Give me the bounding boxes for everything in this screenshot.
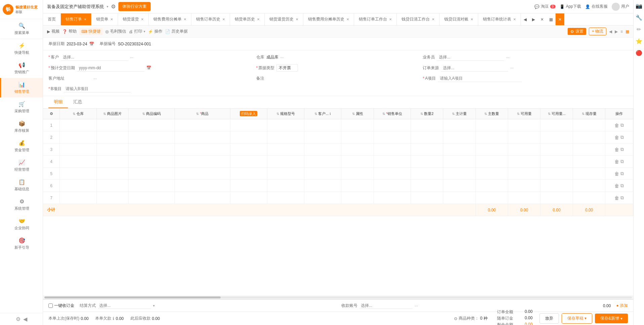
delete-row-7-icon[interactable]: 🗑 xyxy=(614,195,619,201)
nav-prev-icon[interactable]: ◀ xyxy=(609,29,612,34)
row-scan-4[interactable] xyxy=(230,156,267,168)
row-customer-1[interactable] xyxy=(304,119,341,131)
scan-btn-header[interactable]: 扫码录入 xyxy=(240,111,257,116)
tab-detail[interactable]: 明细 xyxy=(48,96,68,108)
row-warehouse-6[interactable] xyxy=(60,180,97,192)
row-scan-1[interactable] xyxy=(230,119,267,131)
payment-dropdown-icon[interactable]: ▾ xyxy=(153,304,155,308)
row-product-2[interactable] xyxy=(175,131,230,144)
app-download-button[interactable]: 📱 App下载 xyxy=(560,4,581,9)
row-image-6[interactable] xyxy=(97,180,128,192)
tab-more-button[interactable]: ✕ xyxy=(538,13,546,26)
row-scan-2[interactable] xyxy=(230,131,267,144)
sidebar-item-operations[interactable]: 📈 经营管理 xyxy=(0,156,43,175)
row-code-4[interactable] xyxy=(128,156,175,168)
row-image-1[interactable] xyxy=(97,119,128,131)
online-service-button[interactable]: 👤 在线客服 xyxy=(585,4,608,9)
draft-dropdown-icon[interactable]: ▾ xyxy=(584,316,586,321)
row-unit-4[interactable] xyxy=(374,156,411,168)
row-attr-7[interactable] xyxy=(341,192,374,204)
settings-bottom-icon[interactable]: ⚙ xyxy=(16,316,21,322)
row-avail-1[interactable] xyxy=(508,119,540,131)
delivery-date-input[interactable] xyxy=(77,65,144,72)
tab-close-icon[interactable]: ✕ xyxy=(110,17,113,21)
delete-row-4-icon[interactable]: 🗑 xyxy=(614,159,619,164)
discard-button[interactable]: 放弃 xyxy=(539,313,559,324)
copy-row-6-icon[interactable]: ⧉ xyxy=(620,183,624,189)
tab-close-icon[interactable]: ✕ xyxy=(84,17,86,21)
sidebar-item-system[interactable]: ⚙ 系统管理 xyxy=(0,195,43,214)
row-attr-6[interactable] xyxy=(341,180,374,192)
copy-row-3-icon[interactable]: ⧉ xyxy=(620,147,624,152)
row-qty2-3[interactable] xyxy=(411,144,443,156)
salesperson-expand-icon[interactable]: ··· xyxy=(506,55,509,60)
row-warehouse-2[interactable] xyxy=(60,131,97,144)
tab-summary[interactable]: 汇总 xyxy=(68,96,87,108)
tab-close-icon[interactable]: ✕ xyxy=(513,17,516,21)
delete-row-6-icon[interactable]: 🗑 xyxy=(614,183,619,189)
row-main-qty-1[interactable] xyxy=(476,119,508,131)
row-code-1[interactable] xyxy=(128,119,175,131)
row-warehouse-7[interactable] xyxy=(60,192,97,204)
row-avail2-2[interactable] xyxy=(540,131,573,144)
row-code-3[interactable] xyxy=(128,144,175,156)
row-main-unit-2[interactable] xyxy=(443,131,476,144)
row-main-unit-6[interactable] xyxy=(443,180,476,192)
tab-close-icon[interactable]: ✕ xyxy=(432,17,434,21)
delivery-calendar-icon[interactable]: 📅 xyxy=(146,66,151,70)
row-avail-7[interactable] xyxy=(508,192,540,204)
quick-checkout-checkbox[interactable] xyxy=(48,303,53,308)
add-button[interactable]: ● 添加 xyxy=(616,303,628,309)
save-new-dropdown-icon[interactable]: ▾ xyxy=(620,316,622,321)
b-project-input[interactable] xyxy=(64,85,131,92)
horizontal-scrollbar[interactable] xyxy=(43,295,633,299)
row-avail-6[interactable] xyxy=(508,180,540,192)
row-qty2-4[interactable] xyxy=(411,156,443,168)
quick-checkout-label[interactable]: 一键收订金 xyxy=(48,303,74,309)
shortcut-button[interactable]: ⌨ 快捷键 xyxy=(79,28,103,35)
row-product-7[interactable] xyxy=(175,192,230,204)
row-stock-5[interactable] xyxy=(573,168,605,180)
row-unit-7[interactable] xyxy=(374,192,411,204)
sidebar-item-purchase[interactable]: 🛒 采购管理 xyxy=(0,97,43,117)
delete-row-1-icon[interactable]: 🗑 xyxy=(614,123,619,128)
row-stock-3[interactable] xyxy=(573,144,605,156)
row-qty2-2[interactable] xyxy=(411,131,443,144)
sidebar-item-basic-info[interactable]: 📋 基础信息 xyxy=(0,175,43,195)
save-new-button[interactable]: 保存&新增 ▾ xyxy=(595,314,628,323)
sidebar-item-collab[interactable]: 🤝 企业协同 xyxy=(0,214,43,234)
row-avail-3[interactable] xyxy=(508,144,540,156)
row-main-unit-4[interactable] xyxy=(443,156,476,168)
tab-cost-history[interactable]: 销售费用分摊单历史 ✕ xyxy=(303,13,354,26)
tab-order-history[interactable]: 销售订单历史 ✕ xyxy=(191,13,230,26)
row-spec-2[interactable] xyxy=(267,131,304,144)
right-panel-icon-3[interactable]: ✏ xyxy=(637,26,641,33)
tab-cash-workbench[interactable]: 钱贷日清工作台 ✕ xyxy=(397,13,440,26)
sidebar-item-search[interactable]: 🔍 搜索菜单 xyxy=(0,19,43,39)
row-avail2-1[interactable] xyxy=(540,119,573,131)
tab-sales-return[interactable]: 销货退货 ✕ xyxy=(118,13,149,26)
tab-order-stats[interactable]: 销售订单统计表 ✕ xyxy=(478,13,521,26)
row-attr-1[interactable] xyxy=(341,119,374,131)
row-unit-5[interactable] xyxy=(374,168,411,180)
right-panel-icon-1[interactable]: 📷 xyxy=(636,3,642,9)
row-image-3[interactable] xyxy=(97,144,128,156)
row-customer-7[interactable] xyxy=(304,192,341,204)
row-product-6[interactable] xyxy=(175,180,230,192)
row-customer-3[interactable] xyxy=(304,144,341,156)
row-attr-5[interactable] xyxy=(341,168,374,180)
row-unit-6[interactable] xyxy=(374,180,411,192)
row-avail2-3[interactable] xyxy=(540,144,573,156)
view-video-button[interactable]: ▶ 视频 xyxy=(47,29,60,34)
tab-close-icon[interactable]: ✕ xyxy=(257,17,260,21)
row-stock-4[interactable] xyxy=(573,156,605,168)
row-image-7[interactable] xyxy=(97,192,128,204)
salesperson-input[interactable] xyxy=(437,54,504,61)
system-dropdown-icon[interactable]: ▾ xyxy=(107,5,108,8)
tab-close-all-button[interactable]: ✕ xyxy=(556,13,564,26)
row-stock-6[interactable] xyxy=(573,180,605,192)
row-warehouse-4[interactable] xyxy=(60,156,97,168)
addr-expand-icon[interactable]: ··· xyxy=(93,76,97,81)
row-scan-7[interactable] xyxy=(230,192,267,204)
row-unit-1[interactable] xyxy=(374,119,411,131)
